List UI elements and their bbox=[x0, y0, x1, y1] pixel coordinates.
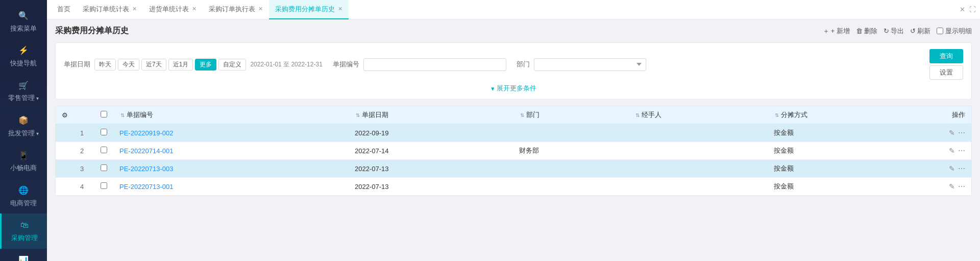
export-icon: ↻ bbox=[884, 27, 889, 35]
tab-purchase-cost-history[interactable]: 采购费用分摊单历史 ✕ bbox=[269, 0, 349, 19]
dept-filter-select[interactable] bbox=[534, 58, 646, 71]
retail-icon: 🛒 bbox=[2, 79, 45, 92]
page-header: 采购费用分摊单历史 ＋ + 新增 🗑 删除 ↻ 导出 ↺ 刷新 bbox=[55, 26, 972, 36]
query-button[interactable]: 查询 bbox=[929, 49, 963, 63]
settings-button[interactable]: 设置 bbox=[929, 65, 963, 80]
col-dept-sort-icon: ⇅ bbox=[520, 112, 524, 118]
col-actions-header: 操作 bbox=[930, 106, 971, 124]
table-row: 3 PE-20220713-003 2022-07-13 按金额 ✎ ⋯ bbox=[56, 160, 971, 178]
row-checkbox[interactable] bbox=[101, 129, 107, 135]
export-button[interactable]: ↻ 导出 bbox=[884, 27, 904, 36]
row-dept bbox=[513, 124, 628, 142]
row-checkbox-cell[interactable] bbox=[94, 160, 113, 178]
tab-purchase-goods-stats[interactable]: 进货单统计表 ✕ bbox=[143, 0, 203, 19]
col-actions-label: 操作 bbox=[952, 111, 965, 118]
sidebar-item-search-label: 搜索菜单 bbox=[10, 25, 37, 32]
tab-fullscreen-icon[interactable]: ⛶ bbox=[969, 6, 976, 13]
row-checkbox[interactable] bbox=[101, 164, 107, 171]
row-more-icon[interactable]: ⋯ bbox=[958, 182, 965, 191]
tab-purchase-order-exec-close[interactable]: ✕ bbox=[258, 6, 263, 12]
filter-row: 单据日期 昨天 今天 近7天 近1月 更多 自定义 2022-01-01 至 2… bbox=[64, 49, 963, 80]
col-method-sort-icon: ⇅ bbox=[775, 112, 779, 118]
sidebar-item-inventory[interactable]: 📊 库存核算 bbox=[0, 249, 47, 261]
sidebar-item-wholesale[interactable]: 📦 批发管理 ▾ bbox=[0, 109, 47, 144]
date-btn-7days[interactable]: 近7天 bbox=[141, 59, 166, 70]
col-handler-sort-icon: ⇅ bbox=[635, 112, 640, 118]
expand-more-label: 展开更多条件 bbox=[497, 84, 536, 93]
tab-purchase-cost-history-close[interactable]: ✕ bbox=[338, 6, 342, 12]
refresh-button[interactable]: ↺ 刷新 bbox=[910, 27, 930, 36]
sidebar-item-ecommerce[interactable]: 🌐 电商管理 bbox=[0, 179, 47, 213]
col-method-header[interactable]: ⇅ 分摊方式 bbox=[768, 106, 930, 124]
tab-purchase-order-stats-close[interactable]: ✕ bbox=[132, 6, 137, 12]
col-checkbox-header[interactable] bbox=[94, 106, 113, 124]
date-btn-custom[interactable]: 自定义 bbox=[218, 59, 246, 70]
select-all-checkbox[interactable] bbox=[101, 111, 107, 117]
row-checkbox-cell[interactable] bbox=[94, 124, 113, 142]
tab-close-all-icon[interactable]: ✕ bbox=[960, 6, 965, 13]
row-edit-icon[interactable]: ✎ bbox=[949, 182, 955, 191]
tab-home[interactable]: 首页 bbox=[51, 0, 77, 19]
tab-purchase-goods-stats-label: 进货单统计表 bbox=[149, 5, 189, 14]
refresh-label: 刷新 bbox=[917, 27, 930, 36]
col-dept-header[interactable]: ⇅ 部门 bbox=[513, 106, 628, 124]
show-detail-toggle[interactable]: 显示明细 bbox=[937, 27, 972, 36]
row-settings-cell bbox=[56, 160, 74, 178]
tab-purchase-goods-stats-close[interactable]: ✕ bbox=[192, 6, 197, 12]
show-detail-checkbox[interactable] bbox=[937, 28, 943, 34]
row-docno-link[interactable]: PE-20220919-002 bbox=[119, 129, 174, 137]
row-edit-icon[interactable]: ✎ bbox=[949, 147, 955, 155]
sidebar-item-retail[interactable]: 🛒 零售管理 ▾ bbox=[0, 74, 47, 109]
col-docno-sort-icon: ⇅ bbox=[120, 112, 125, 118]
row-checkbox[interactable] bbox=[101, 182, 107, 189]
purchase-icon: 🛍 bbox=[4, 219, 45, 232]
row-docno: PE-20220713-001 bbox=[113, 178, 349, 196]
col-method-label: 分摊方式 bbox=[781, 111, 807, 118]
dept-filter-label: 部门 bbox=[517, 60, 530, 69]
row-number: 1 bbox=[74, 124, 94, 142]
docno-filter-input[interactable] bbox=[363, 58, 506, 71]
row-date: 2022-07-13 bbox=[349, 160, 513, 178]
date-btn-group: 昨天 今天 近7天 近1月 更多 自定义 bbox=[94, 59, 246, 70]
sidebar-item-quick[interactable]: ⚡ 快捷导航 bbox=[0, 39, 47, 74]
row-checkbox[interactable] bbox=[101, 147, 107, 153]
col-date-header[interactable]: ⇅ 单据日期 bbox=[349, 106, 513, 124]
date-btn-1month[interactable]: 近1月 bbox=[168, 59, 193, 70]
sidebar-item-purchase[interactable]: 🛍 采购管理 bbox=[0, 213, 47, 248]
row-docno-link[interactable]: PE-20220713-001 bbox=[119, 183, 174, 191]
add-button[interactable]: ＋ + 新增 bbox=[823, 27, 850, 36]
row-edit-icon[interactable]: ✎ bbox=[949, 164, 955, 173]
tab-purchase-order-exec[interactable]: 采购订单执行表 ✕ bbox=[203, 0, 269, 19]
date-btn-today[interactable]: 今天 bbox=[118, 59, 139, 70]
expand-more-btn[interactable]: ▾ 展开更多条件 bbox=[64, 84, 963, 93]
sidebar-item-ecommerce-label: 电商管理 bbox=[10, 199, 37, 207]
delete-button[interactable]: 🗑 删除 bbox=[856, 27, 877, 36]
col-handler-header[interactable]: ⇅ 经手人 bbox=[628, 106, 768, 124]
date-btn-more[interactable]: 更多 bbox=[195, 59, 216, 70]
row-more-icon[interactable]: ⋯ bbox=[958, 147, 965, 155]
tab-purchase-order-stats-label: 采购订单统计表 bbox=[83, 5, 129, 14]
col-settings-header[interactable]: ⚙ bbox=[56, 106, 74, 124]
row-method: 按金额 bbox=[768, 178, 930, 196]
chevron-down-icon-2: ▾ bbox=[36, 131, 39, 136]
row-more-icon[interactable]: ⋯ bbox=[958, 164, 965, 173]
row-checkbox-cell[interactable] bbox=[94, 178, 113, 196]
row-docno-link[interactable]: PE-20220713-003 bbox=[119, 165, 174, 173]
sidebar-item-search[interactable]: 🔍 搜索菜单 bbox=[0, 4, 47, 39]
table-row: 1 PE-20220919-002 2022-09-19 按金额 ✎ ⋯ bbox=[56, 124, 971, 142]
sidebar-item-mini[interactable]: 📱 小畅电商 bbox=[0, 144, 47, 179]
sidebar: 🔍 搜索菜单 ⚡ 快捷导航 🛒 零售管理 ▾ 📦 批发管理 ▾ 📱 小畅电商 🌐… bbox=[0, 0, 47, 261]
row-checkbox-cell[interactable] bbox=[94, 142, 113, 160]
delete-icon: 🗑 bbox=[856, 27, 863, 35]
row-handler bbox=[628, 160, 768, 178]
date-btn-yesterday[interactable]: 昨天 bbox=[94, 59, 116, 70]
row-more-icon[interactable]: ⋯ bbox=[958, 129, 965, 137]
ecommerce-icon: 🌐 bbox=[2, 184, 45, 197]
date-range-display: 2022-01-01 至 2022-12-31 bbox=[250, 60, 322, 69]
row-edit-icon[interactable]: ✎ bbox=[949, 129, 955, 137]
row-docno-link[interactable]: PE-20220714-001 bbox=[119, 147, 174, 155]
search-icon: 🔍 bbox=[2, 9, 45, 22]
tab-bar: 首页 采购订单统计表 ✕ 进货单统计表 ✕ 采购订单执行表 ✕ 采购费用分摊单历… bbox=[47, 0, 980, 19]
tab-purchase-order-stats[interactable]: 采购订单统计表 ✕ bbox=[77, 0, 143, 19]
col-docno-header[interactable]: ⇅ 单据编号 bbox=[113, 106, 349, 124]
